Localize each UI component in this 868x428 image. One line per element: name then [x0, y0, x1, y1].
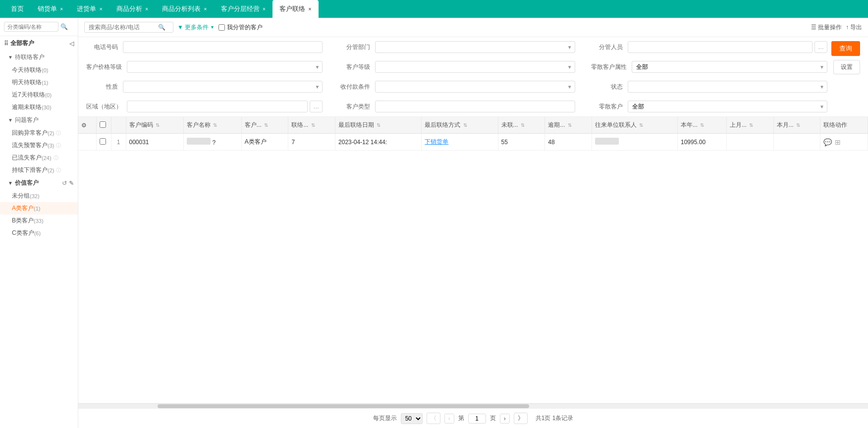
sidebar-unclassified[interactable]: 未分组(32)	[0, 190, 78, 202]
price-level-select[interactable]	[127, 61, 323, 73]
row-gear	[78, 134, 96, 151]
col-last-method[interactable]: 最后联络方式 ⇅	[422, 117, 498, 134]
sidebar-tomorrow-pending[interactable]: 明天待联络(1)	[0, 76, 78, 89]
close-all-icon[interactable]: ×	[860, 210, 864, 218]
refresh-icon[interactable]: ↺	[62, 180, 67, 187]
select-all-checkbox[interactable]	[100, 121, 106, 128]
nav-home[interactable]: 首页	[4, 0, 31, 18]
main-search-input[interactable]	[89, 24, 158, 31]
col-this-year[interactable]: 本年... ⇅	[678, 117, 727, 134]
nav-product-analysis-list[interactable]: 商品分析列表 ×	[155, 0, 214, 18]
area-field: 区域（地区） …	[86, 101, 323, 112]
nature-select[interactable]	[123, 81, 323, 93]
sidebar-churned[interactable]: 已流失客户(24)ⓘ	[0, 152, 78, 164]
area-dots-btn[interactable]: …	[310, 101, 323, 112]
row-checkbox[interactable]	[100, 138, 106, 145]
prev-page-btn[interactable]: ‹	[444, 414, 454, 424]
main-search-icon[interactable]: 🔍	[158, 24, 165, 31]
retail-customer-select[interactable]: 全部	[628, 101, 827, 112]
nav-purchase-order[interactable]: 进货单 ×	[70, 0, 109, 18]
row-num: 1	[111, 134, 126, 151]
sidebar-today-pending[interactable]: 今天待联络(0)	[0, 64, 78, 76]
manager-dots-btn[interactable]: …	[814, 41, 827, 53]
nav-product-analysis[interactable]: 商品分析 ×	[109, 0, 155, 18]
retail-attr-select[interactable]: 全部	[632, 61, 827, 73]
nav-customer-contact[interactable]: 客户联络 ×	[272, 0, 318, 18]
next-page-btn[interactable]: ›	[500, 414, 510, 424]
col-name[interactable]: 客户名称 ⇅	[184, 117, 242, 134]
payment-select[interactable]	[375, 81, 575, 93]
row-overdue: 48	[545, 134, 592, 151]
sidebar-all-customers-section: ⠿ 全部客户 ◁	[0, 36, 78, 51]
settings-button[interactable]: 设置	[833, 60, 860, 74]
dots-icon: ⠿	[4, 40, 8, 47]
chat-icon[interactable]: 💬	[823, 138, 832, 146]
close-product-analysis-list[interactable]: ×	[204, 6, 207, 12]
sidebar-declining[interactable]: 持续下滑客户(2)ⓘ	[0, 164, 78, 176]
status-field: 状态 ▼	[591, 81, 827, 93]
page-size-select[interactable]: 50	[401, 413, 423, 424]
nav-sales-order[interactable]: 销货单 ×	[31, 0, 70, 18]
close-sales-order[interactable]: ×	[60, 6, 63, 12]
sidebar-churn-warning[interactable]: 流失预警客户(3)ⓘ	[0, 139, 78, 152]
nature-wrapper: ▼	[123, 81, 323, 93]
toolbar-right: ☰ 批量操作 ↑ 导出	[811, 23, 862, 32]
sidebar-class-c[interactable]: C类客户(6)	[0, 227, 78, 239]
sidebar-class-b[interactable]: B类客户(33)	[0, 214, 78, 227]
col-gear[interactable]: ⚙	[78, 117, 96, 134]
export-btn[interactable]: ↑ 导出	[846, 23, 862, 32]
batch-ops-btn[interactable]: ☰ 批量操作	[811, 23, 842, 32]
content-area: 🔍 ▼ 更多条件 ▼ 我分管的客户 ☰ 批量操作 ↑ 导出	[78, 18, 868, 428]
manager-field: 分管人员 …	[591, 41, 827, 53]
sidebar-overdue-contact[interactable]: 逾期未联络(30)	[0, 101, 78, 113]
nav-customer-segment[interactable]: 客户分层经营 ×	[214, 0, 272, 18]
col-company-contact[interactable]: 往来单位联系人 ⇅	[592, 117, 677, 134]
edit-icon[interactable]: ✎	[69, 180, 74, 187]
close-customer-segment[interactable]: ×	[263, 6, 266, 12]
query-button[interactable]: 查询	[831, 41, 860, 56]
first-page-btn[interactable]: 《	[427, 413, 440, 424]
scroll-thumb[interactable]	[158, 404, 529, 408]
adv-filter: 电话号码 分管部门 ▼ 分管人员	[78, 37, 868, 117]
last-method-link[interactable]: 下销货单	[425, 138, 448, 145]
manager-input[interactable]	[628, 41, 813, 53]
col-overdue[interactable]: 逾期... ⇅	[545, 117, 592, 134]
sidebar-search-input[interactable]	[4, 22, 58, 32]
customer-level-select[interactable]	[375, 61, 575, 73]
area-input[interactable]	[127, 101, 308, 112]
close-customer-contact[interactable]: ×	[308, 6, 311, 12]
sidebar-problem-group[interactable]: ▼ 问题客户	[0, 113, 78, 127]
col-code[interactable]: 客户编码 ⇅	[126, 117, 184, 134]
col-level[interactable]: 客户... ⇅	[241, 117, 288, 134]
dept-select[interactable]	[375, 41, 575, 53]
status-select[interactable]	[628, 81, 827, 93]
sidebar-class-a[interactable]: A类客户(1)	[0, 202, 78, 214]
sidebar-repurchase-abnormal[interactable]: 回购异常客户(2)ⓘ	[0, 127, 78, 139]
more-conditions-btn[interactable]: ▼ 更多条件 ▼	[177, 23, 215, 32]
col-contact[interactable]: 联络... ⇅	[288, 117, 335, 134]
info-icon4: ⓘ	[56, 167, 61, 174]
qr-icon[interactable]: ⊞	[835, 138, 841, 146]
col-this-month[interactable]: 本月... ⇅	[773, 117, 820, 134]
sidebar-7days-pending[interactable]: 近7天待联络(0)	[0, 89, 78, 101]
sidebar-pending-group[interactable]: ▼ 待联络客户	[0, 51, 78, 64]
phone-input[interactable]	[123, 41, 323, 53]
col-last-date[interactable]: 最后联络日期 ⇅	[335, 117, 422, 134]
sidebar-all-customers-header[interactable]: ⠿ 全部客户 ◁	[0, 36, 78, 51]
row-code: 000031	[126, 134, 184, 151]
col-no-contact[interactable]: 未联... ⇅	[498, 117, 545, 134]
close-purchase-order[interactable]: ×	[99, 6, 102, 12]
adv-filter-row4: 区域（地区） … 客户类型 零散客户 全部 ▼	[86, 101, 827, 112]
col-last-month[interactable]: 上月... ⇅	[726, 117, 773, 134]
my-customers-checkbox[interactable]	[218, 24, 225, 31]
sidebar-search-icon[interactable]: 🔍	[60, 23, 68, 30]
table-row: 1 000031 ? A类客户 7 2023-04-12 14:44: 下销货单…	[78, 134, 868, 151]
row-last-method[interactable]: 下销货单	[422, 134, 498, 151]
retail-attr-wrapper: 全部 ▼	[632, 61, 827, 73]
sort-icon11: ⇅	[749, 122, 753, 128]
last-page-btn[interactable]: 》	[514, 413, 528, 424]
close-product-analysis[interactable]: ×	[145, 6, 148, 12]
customer-type-input[interactable]	[375, 101, 575, 112]
adv-filter-row2: 客户价格等级 ▼ 客户等级 ▼	[86, 61, 827, 73]
page-number-input[interactable]	[468, 414, 486, 424]
